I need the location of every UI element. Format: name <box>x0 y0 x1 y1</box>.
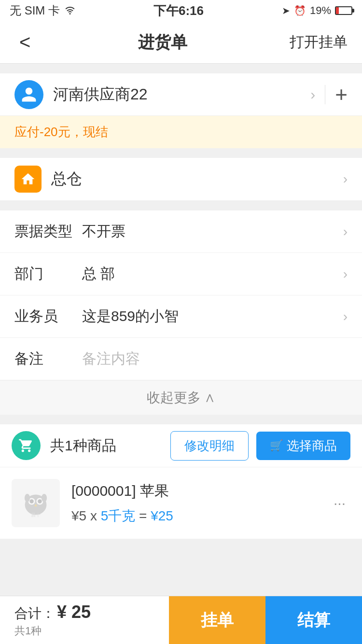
products-count: 共1种商品 <box>50 436 170 456</box>
edit-detail-button[interactable]: 修改明细 <box>170 431 249 461</box>
total-label: 合计： <box>14 604 55 623</box>
invoice-row[interactable]: 票据类型 不开票 › <box>0 210 362 252</box>
total-count: 共1种 <box>14 624 169 638</box>
section-gap-3 <box>0 200 362 210</box>
supplier-avatar <box>14 80 43 109</box>
product-thumbnail: 晨十 <box>12 479 60 527</box>
dept-chevron-icon: › <box>343 266 348 282</box>
open-hang-button[interactable]: 打开挂单 <box>290 32 348 52</box>
product-price-detail: ¥5 x 5千克 = ¥25 <box>71 507 329 525</box>
select-product-button[interactable]: 🛒 选择商品 <box>256 432 350 460</box>
status-carrier: 无 SIM 卡 <box>10 3 75 18</box>
product-info: [0000001] 苹果 ¥5 x 5千克 = ¥25 <box>71 481 329 525</box>
back-button[interactable]: < <box>14 27 35 58</box>
remark-input[interactable]: 备注内容 <box>82 349 348 369</box>
product-name: [0000001] 苹果 <box>71 481 329 501</box>
nav-bar: < 进货单 打开挂单 <box>0 21 362 64</box>
supplier-row[interactable]: 河南供应商22 › + <box>0 73 362 116</box>
alarm-icon: ⏰ <box>294 5 306 16</box>
bottom-spacer <box>0 539 362 587</box>
supplier-section: 河南供应商22 › + 应付-20元，现结 <box>0 73 362 148</box>
supplier-name: 河南供应商22 <box>53 84 310 105</box>
cart-icon <box>18 438 34 453</box>
sales-label: 业务员 <box>14 307 82 326</box>
products-header: 共1种商品 修改明细 🛒 选择商品 <box>0 424 362 467</box>
warehouse-row[interactable]: 总仓 › <box>0 158 362 200</box>
sales-value: 这是859的小智 <box>82 307 343 326</box>
form-section: 票据类型 不开票 › 部门 总 部 › 业务员 这是859的小智 › 备注 备注… <box>0 210 362 380</box>
location-icon: ➤ <box>282 5 290 16</box>
supplier-notice: 应付-20元，现结 <box>0 116 362 148</box>
invoice-value: 不开票 <box>82 222 343 241</box>
bottom-total: 合计： ¥ 25 共1种 <box>0 596 169 644</box>
section-gap-4 <box>0 415 362 424</box>
warehouse-name: 总仓 <box>51 168 343 190</box>
owl-logo: 晨十 <box>19 486 53 520</box>
warehouse-chevron-icon: › <box>343 171 348 187</box>
svg-point-6 <box>25 494 30 502</box>
svg-text:晨十: 晨十 <box>31 512 41 518</box>
invoice-label: 票据类型 <box>14 222 82 241</box>
product-item: 晨十 [0000001] 苹果 ¥5 x 5千克 = ¥25 ··· <box>0 467 362 539</box>
supplier-divider <box>325 85 325 104</box>
invoice-chevron-icon: › <box>343 224 348 239</box>
hang-button[interactable]: 挂单 <box>169 596 265 644</box>
dept-label: 部门 <box>14 264 82 284</box>
svg-point-4 <box>38 499 42 503</box>
supplier-chevron-icon: › <box>310 86 315 103</box>
select-product-icon: 🛒 <box>270 439 283 452</box>
status-time: 下午6:16 <box>153 2 204 19</box>
remark-row[interactable]: 备注 备注内容 <box>0 337 362 380</box>
dept-row[interactable]: 部门 总 部 › <box>0 252 362 295</box>
svg-point-7 <box>42 494 47 502</box>
status-bar: 无 SIM 卡 下午6:16 ➤ ⏰ 19% <box>0 0 362 21</box>
checkout-button[interactable]: 结算 <box>265 596 362 644</box>
dept-value: 总 部 <box>82 264 343 284</box>
section-gap-1 <box>0 64 362 73</box>
collapse-row[interactable]: 收起更多 ∧ <box>0 380 362 415</box>
svg-point-3 <box>29 499 33 503</box>
sales-chevron-icon: › <box>343 309 348 324</box>
section-gap-2 <box>0 148 362 158</box>
warehouse-icon <box>14 166 42 193</box>
user-icon <box>20 86 38 103</box>
total-amount: ¥ 25 <box>57 602 91 622</box>
status-right: ➤ ⏰ 19% <box>282 4 352 17</box>
supplier-add-button[interactable]: + <box>335 84 348 105</box>
page-title: 进货单 <box>138 31 187 54</box>
product-more-button[interactable]: ··· <box>329 490 350 516</box>
remark-label: 备注 <box>14 349 82 369</box>
products-icon <box>12 431 41 460</box>
bottom-bar: 合计： ¥ 25 共1种 挂单 结算 <box>0 596 362 644</box>
warehouse-section: 总仓 › <box>0 158 362 200</box>
wifi-icon <box>65 7 75 14</box>
products-section: 共1种商品 修改明细 🛒 选择商品 晨十 [0000001] <box>0 424 362 539</box>
home-icon <box>20 171 36 187</box>
battery-icon <box>335 6 352 15</box>
sales-row[interactable]: 业务员 这是859的小智 › <box>0 295 362 337</box>
collapse-label: 收起更多 ∧ <box>147 389 216 407</box>
battery-percent: 19% <box>310 4 331 17</box>
